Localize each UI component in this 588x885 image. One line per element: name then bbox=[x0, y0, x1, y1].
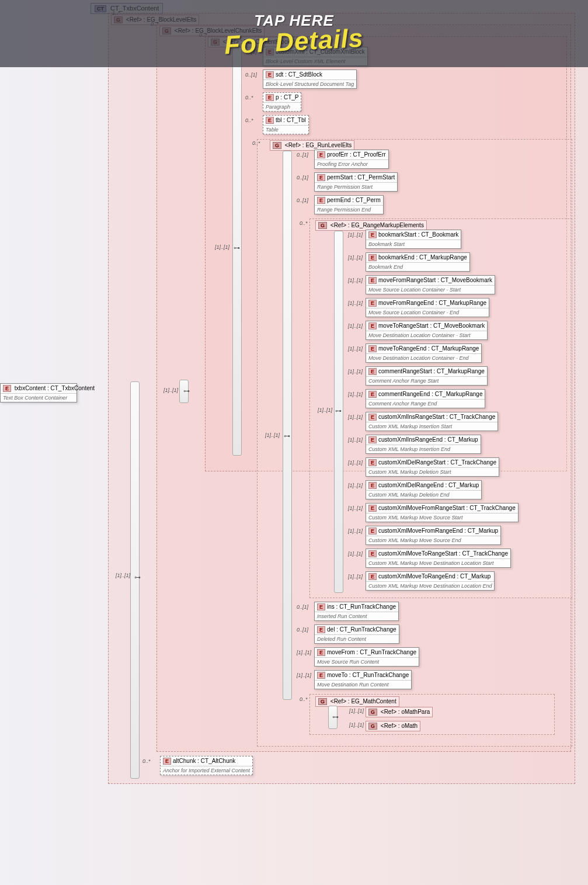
element-name: sdt bbox=[276, 71, 283, 78]
cardinality: [1]..[1] bbox=[348, 255, 363, 261]
cardinality: [1]..[1] bbox=[116, 572, 130, 578]
cardinality: 0..* bbox=[199, 32, 207, 38]
element-bookmarkEnd[interactable]: EbookmarkEnd : CT_MarkupRangeBookmark En… bbox=[366, 252, 470, 272]
group-ref-label: <Ref> bbox=[285, 142, 301, 148]
element-bookmarkStart[interactable]: EbookmarkStart : CT_BookmarkBookmark Sta… bbox=[366, 230, 461, 249]
element-type: CT_ProofErr bbox=[353, 151, 385, 158]
element-desc: Bookmark End bbox=[366, 263, 469, 271]
e-badge-icon: E bbox=[368, 573, 377, 580]
ct-badge: CT bbox=[95, 5, 106, 12]
element-type: CT_RunTrackChange bbox=[352, 672, 409, 678]
element-moveToRangeStart[interactable]: EmoveToRangeStart : CT_MoveBookmarkMove … bbox=[366, 321, 488, 340]
group-mathcontent[interactable]: G <Ref> : EG_MathContent bbox=[315, 696, 399, 707]
element-desc: Comment Anchor Range Start bbox=[366, 377, 487, 385]
element-desc: Anchor for Imported External Content bbox=[161, 766, 252, 775]
element-customXmlInsRangeEnd[interactable]: EcustomXmlInsRangeEnd : CT_MarkupCustom … bbox=[366, 435, 481, 454]
group-type: oMathPara bbox=[401, 709, 430, 715]
element-moveToRangeEnd[interactable]: EmoveToRangeEnd : CT_MarkupRangeMove Des… bbox=[366, 343, 482, 363]
element-type: CT_MarkupRange bbox=[437, 368, 485, 374]
element-commentRangeEnd[interactable]: EcommentRangeEnd : CT_MarkupRangeComment… bbox=[366, 389, 485, 408]
element-name: customXmlInsRangeEnd bbox=[378, 436, 443, 443]
element-desc: Move Source Location Container - End bbox=[366, 308, 489, 317]
element-sdt[interactable]: Esdt : CT_SdtBlockBlock-Level Structured… bbox=[263, 70, 357, 89]
element-type: CT_Markup bbox=[448, 482, 479, 488]
element-commentRangeStart[interactable]: EcommentRangeStart : CT_MarkupRangeComme… bbox=[366, 366, 488, 386]
e-badge-icon: E bbox=[368, 459, 377, 466]
element-moveTo[interactable]: EmoveTo : CT_RunTrackChangeMove Destinat… bbox=[314, 670, 412, 689]
cardinality: 0..* bbox=[252, 140, 260, 146]
cardinality: [1]..[1] bbox=[348, 346, 363, 352]
e-badge-icon: E bbox=[368, 391, 377, 398]
element-tbl[interactable]: Etbl : CT_TblTable bbox=[263, 115, 309, 134]
element-del[interactable]: Edel : CT_RunTrackChangeDeleted Run Cont… bbox=[314, 624, 399, 644]
group-omath[interactable]: G <Ref> : oMath bbox=[366, 721, 420, 731]
element-name: moveToRangeStart bbox=[378, 322, 429, 329]
element-name: moveTo bbox=[327, 672, 347, 678]
element-customXml[interactable]: EcustomXml : CT_CustomXmlBlockBlock-Leve… bbox=[263, 47, 368, 66]
choice-icon: ⊶ bbox=[332, 713, 339, 721]
e-badge-icon: E bbox=[3, 385, 11, 392]
element-name: moveToRangeEnd bbox=[378, 345, 426, 352]
cardinality: [1]..[1] bbox=[348, 277, 363, 283]
element-customXmlDelRangeEnd[interactable]: EcustomXmlDelRangeEnd : CT_MarkupCustom … bbox=[366, 480, 482, 499]
element-type: CT_RunTrackChange bbox=[340, 626, 396, 633]
element-customXmlInsRangeStart[interactable]: EcustomXmlInsRangeStart : CT_TrackChange… bbox=[366, 412, 498, 431]
element-desc: Custom XML Markup Move Source End bbox=[366, 536, 500, 544]
e-badge-icon: E bbox=[368, 436, 377, 443]
element-name: moveFromRangeEnd bbox=[378, 300, 434, 306]
e-badge-icon: E bbox=[368, 322, 377, 329]
e-badge-icon: E bbox=[368, 254, 377, 261]
choice-icon: ⊶ bbox=[234, 244, 240, 252]
g-badge-icon: G bbox=[318, 698, 327, 705]
element-type: CT_Markup bbox=[447, 436, 478, 443]
cardinality: 0..* bbox=[142, 758, 151, 764]
element-type: CT_TrackChange bbox=[450, 414, 496, 420]
e-badge-icon: E bbox=[317, 672, 325, 679]
e-badge-icon: E bbox=[266, 117, 274, 124]
group-blocklevelchunkelts[interactable]: G <Ref> : EG_BlockLevelChunkElts bbox=[159, 26, 265, 36]
element-customXmlDelRangeStart[interactable]: EcustomXmlDelRangeStart : CT_TrackChange… bbox=[366, 457, 499, 477]
g-badge-icon: G bbox=[114, 16, 123, 23]
element-customXmlMoveToRangeEnd[interactable]: EcustomXmlMoveToRangeEnd : CT_MarkupCust… bbox=[366, 571, 495, 591]
element-moveFromRangeEnd[interactable]: EmoveFromRangeEnd : CT_MarkupRangeMove S… bbox=[366, 298, 489, 317]
g-badge-icon: G bbox=[368, 709, 377, 716]
element-altChunk[interactable]: EaltChunk : CT_AltChunkAnchor for Import… bbox=[160, 756, 253, 775]
element-p[interactable]: Ep : CT_PParagraph bbox=[263, 92, 301, 112]
element-desc: Bookmark Start bbox=[366, 240, 461, 248]
element-type: CT_MarkupRange bbox=[435, 391, 483, 397]
e-badge-icon: E bbox=[317, 649, 325, 656]
element-name: tbl bbox=[276, 117, 282, 123]
element-customXmlMoveFromRangeStart[interactable]: EcustomXmlMoveFromRangeStart : CT_TrackC… bbox=[366, 503, 519, 522]
cardinality: [1]..[1] bbox=[349, 708, 364, 714]
element-customXmlMoveToRangeStart[interactable]: EcustomXmlMoveToRangeStart : CT_TrackCha… bbox=[366, 549, 511, 568]
e-badge-icon: E bbox=[368, 414, 377, 421]
cardinality: 0..* bbox=[151, 21, 159, 27]
element-type: CT_AltChunk bbox=[201, 758, 235, 764]
element-customXmlMoveFromRangeEnd[interactable]: EcustomXmlMoveFromRangeEnd : CT_MarkupCu… bbox=[366, 526, 501, 545]
element-desc: Table bbox=[263, 126, 308, 134]
group-contentblockcontent[interactable]: G <Ref> : EG_ContentBlockContent bbox=[208, 37, 314, 47]
element-moveFromRangeStart[interactable]: EmoveFromRangeStart : CT_MoveBookmarkMov… bbox=[366, 275, 495, 294]
element-ins[interactable]: Eins : CT_RunTrackChangeInserted Run Con… bbox=[314, 602, 399, 621]
element-permStart[interactable]: EpermStart : CT_PermStartRange Permissio… bbox=[314, 172, 398, 192]
group-omathpara[interactable]: G <Ref> : oMathPara bbox=[366, 707, 433, 717]
element-type: CT_MarkupRange bbox=[432, 345, 479, 352]
group-ref-label: <Ref> bbox=[223, 39, 239, 45]
group-ref-label: <Ref> bbox=[330, 222, 346, 228]
cardinality: [1]..[1] bbox=[265, 432, 280, 438]
element-name: commentRangeStart bbox=[378, 368, 432, 374]
element-permEnd[interactable]: EpermEnd : CT_PermRange Permission End bbox=[314, 195, 384, 214]
cardinality: [1]..[1] bbox=[348, 551, 363, 557]
cardinality: [1]..[1] bbox=[348, 574, 363, 579]
element-proofErr[interactable]: EproofErr : CT_ProofErrProofing Error An… bbox=[314, 150, 389, 169]
e-badge-icon: E bbox=[368, 482, 377, 489]
element-desc: Range Permission Start bbox=[315, 183, 397, 191]
element-desc: Custom XML Markup Move Destination Locat… bbox=[366, 559, 510, 567]
element-name: altChunk bbox=[173, 758, 196, 764]
element-moveFrom[interactable]: EmoveFrom : CT_RunTrackChangeMove Source… bbox=[314, 647, 419, 667]
element-name: moveFromRangeStart bbox=[378, 277, 436, 283]
element-name: customXmlInsRangeStart bbox=[378, 414, 444, 420]
e-badge-icon: E bbox=[368, 345, 377, 352]
cardinality: [1]..[1] bbox=[349, 722, 364, 728]
txbxcontent-box[interactable]: E txbxContent : CT_TxbxContent Text Box … bbox=[0, 383, 77, 402]
